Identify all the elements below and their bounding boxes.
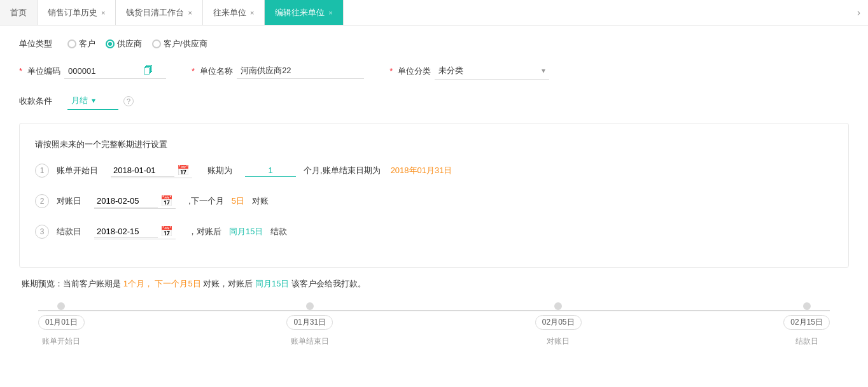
preview-prefix: 账期预览：当前客户账期是 <box>22 279 121 288</box>
tab-bar: 首页 销售订单历史 × 钱货日清工作台 × 往来单位 × 编辑往来单位 × › <box>0 0 868 25</box>
tab-partner-unit[interactable]: 往来单位 × <box>203 0 265 25</box>
tab-home[interactable]: 首页 <box>0 0 38 25</box>
calendar-icon-3[interactable]: 📅 <box>158 224 176 239</box>
step-3-suffix-pre: ，对账后 <box>188 226 221 237</box>
preview-reconcile: 对账，对账后 <box>203 279 253 288</box>
required-star-name: * <box>192 66 195 76</box>
unit-name-group: * 单位名称 <box>192 64 364 79</box>
step-2-label: 对账日 <box>57 195 81 207</box>
close-icon-sales[interactable]: × <box>101 9 105 17</box>
step-1-period-unit: 个月,账单结束日期为 <box>304 165 381 176</box>
unit-category-label: 单位分类 <box>398 66 431 77</box>
tab-partner-unit-label: 往来单位 <box>213 7 246 18</box>
tab-cash-work[interactable]: 钱货日清工作台 × <box>116 0 202 25</box>
timeline-label-2: 账单结束日 <box>291 336 329 347</box>
payment-condition-group: 月结 ▾ ? <box>67 92 134 110</box>
calendar-icon-1[interactable]: 📅 <box>174 163 192 178</box>
radio-both-label: 客户/供应商 <box>164 38 207 50</box>
radio-supplier-label: 供应商 <box>117 38 142 50</box>
step-3-label: 结款日 <box>57 226 81 237</box>
close-icon-edit-partner[interactable]: × <box>328 9 332 17</box>
unit-info-row: * 单位编码 🗍 * 单位名称 * 单位分类 未分类 ▾ <box>19 62 849 80</box>
unit-name-input[interactable] <box>237 64 364 79</box>
payment-condition-select[interactable]: 月结 ▾ <box>67 92 118 110</box>
timeline-dot-2 <box>306 302 314 310</box>
preview-suffix: 该客户会给我打款。 <box>291 279 366 288</box>
step-1-row: 1 账单开始日 📅 账期为 个月,账单结束日期为 2018年01月31日 <box>35 163 833 178</box>
unit-code-input[interactable] <box>64 64 141 78</box>
step-2-date-wrapper: 📅 <box>94 194 176 209</box>
timeline-label-4: 结款日 <box>795 336 818 347</box>
close-icon-partner[interactable]: × <box>250 9 254 17</box>
tab-home-label: 首页 <box>10 7 27 18</box>
timeline-points: 01月01日 账单开始日 01月31日 账单结束日 02月05日 对账日 02月… <box>38 302 830 347</box>
unit-code-group: * 单位编码 🗍 <box>19 64 166 79</box>
radio-both[interactable]: 客户/供应商 <box>152 38 207 50</box>
unit-code-label: 单位编码 <box>27 66 60 77</box>
copy-icon[interactable]: 🗍 <box>141 64 156 78</box>
preview-mid: 下一个月 <box>155 279 188 288</box>
payment-condition-value: 月结 <box>71 95 88 106</box>
timeline-point-1: 01月01日 账单开始日 <box>38 302 85 347</box>
unit-name-label: 单位名称 <box>200 66 233 77</box>
radio-circle-supplier <box>106 39 115 48</box>
preview-period: 1个月， <box>123 279 153 288</box>
timeline-point-2: 01月31日 账单结束日 <box>286 302 333 347</box>
calendar-icon-2[interactable]: 📅 <box>158 194 176 208</box>
step-3-suffix-num: 同月15日 <box>229 226 263 237</box>
step-1-label: 账单开始日 <box>57 165 98 176</box>
tab-more-button[interactable]: › <box>850 7 868 18</box>
step-1-date-wrapper: 📅 <box>111 163 192 178</box>
required-star-category: * <box>389 66 393 76</box>
unit-category-select[interactable]: 未分类 ▾ <box>435 62 549 80</box>
step-3-number: 3 <box>35 225 49 239</box>
timeline-dot-1 <box>57 302 65 310</box>
radio-supplier[interactable]: 供应商 <box>106 38 142 50</box>
timeline-label-1: 账单开始日 <box>42 336 80 347</box>
tab-edit-partner-label: 编辑往来单位 <box>275 7 325 18</box>
timeline-label-3: 对账日 <box>547 336 570 347</box>
payment-condition-row: 收款条件 月结 ▾ ? <box>19 92 849 110</box>
timeline: 01月01日 账单开始日 01月31日 账单结束日 02月05日 对账日 02月… <box>19 302 849 347</box>
timeline-badge-1: 01月01日 <box>38 315 85 330</box>
step-2-date-input[interactable] <box>94 195 158 208</box>
info-box-title: 请按照未来的一个完整帐期进行设置 <box>35 139 833 150</box>
radio-circle-customer <box>67 39 76 48</box>
step-2-number: 2 <box>35 194 49 208</box>
timeline-badge-2: 01月31日 <box>286 315 333 330</box>
unit-category-group: * 单位分类 未分类 ▾ <box>389 62 549 80</box>
step-3-suffix-post: 结款 <box>270 226 287 237</box>
tab-cash-work-label: 钱货日清工作台 <box>126 7 184 18</box>
timeline-dot-3 <box>554 302 562 310</box>
step-3-date-input[interactable] <box>94 225 158 238</box>
step-1-period-label: 账期为 <box>207 165 232 176</box>
step-2-suffix-post: 对账 <box>252 195 269 207</box>
preview-text: 账期预览：当前客户账期是 1个月， 下一个月5日 对账，对账后 同月15日 该客… <box>19 278 849 290</box>
chevron-down-payment-icon: ▾ <box>92 96 95 105</box>
step-3-row: 3 结款日 📅 ，对账后 同月15日 结款 <box>35 224 833 239</box>
tab-sales-order-history-label: 销售订单历史 <box>48 7 97 18</box>
chevron-down-icon: ▾ <box>542 66 545 75</box>
unit-type-radio-group: 客户 供应商 客户/供应商 <box>67 38 207 50</box>
step-3-date-wrapper: 📅 <box>94 224 176 239</box>
unit-type-label: 单位类型 <box>19 38 52 50</box>
step-1-number: 1 <box>35 164 49 178</box>
timeline-dot-4 <box>803 302 811 310</box>
unit-code-input-wrapper: 🗍 <box>64 64 166 79</box>
close-icon-cash[interactable]: × <box>188 9 192 17</box>
preview-pay-day: 同月15日 <box>255 279 289 288</box>
step-2-row: 2 对账日 📅 ,下一个月 5日 对账 <box>35 194 833 209</box>
main-content: 单位类型 客户 供应商 客户/供应商 * 单位编码 🗍 <box>0 25 868 387</box>
step-1-period-end: 2018年01月31日 <box>391 165 452 176</box>
step-2-suffix-pre: ,下一个月 <box>188 195 224 207</box>
tab-sales-order-history[interactable]: 销售订单历史 × <box>38 0 116 25</box>
unit-type-row: 单位类型 客户 供应商 客户/供应商 <box>19 38 849 50</box>
required-star-code: * <box>19 66 22 76</box>
period-input[interactable] <box>245 164 296 177</box>
timeline-point-4: 02月15日 结款日 <box>783 302 830 347</box>
help-icon[interactable]: ? <box>123 96 134 106</box>
step-1-date-input[interactable] <box>111 164 174 177</box>
tab-edit-partner[interactable]: 编辑往来单位 × <box>265 0 343 25</box>
timeline-badge-4: 02月15日 <box>783 315 830 330</box>
radio-customer[interactable]: 客户 <box>67 38 95 50</box>
